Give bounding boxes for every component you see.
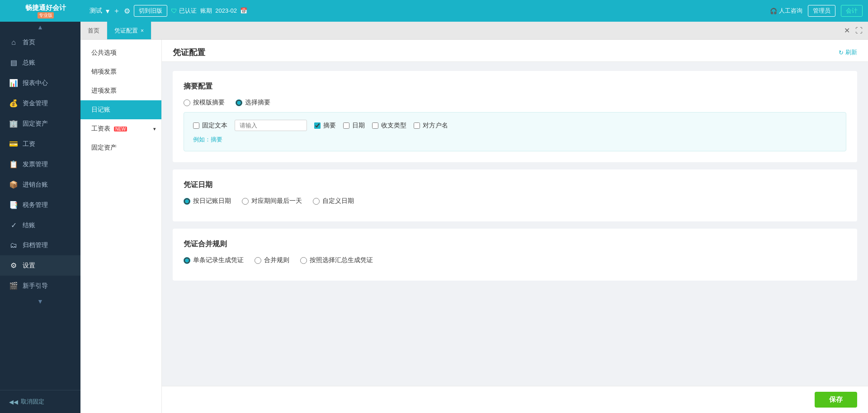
radio-custom-date[interactable]: 自定义日期 [313, 197, 354, 205]
tab-bar: 首页 凭证配置 × ✕ ⛶ [80, 22, 868, 40]
left-nav-item-output-invoice[interactable]: 销项发票 [80, 62, 161, 81]
period-info: 账期 2023-02 📅 [200, 7, 247, 15]
checkout-icon: ✓ [9, 221, 18, 230]
settings-icon[interactable]: ⚙ [124, 7, 130, 15]
checkbox-counterpart-input[interactable] [414, 122, 420, 129]
main-layout: ▲ ⌂ 首页 ▤ 总账 📊 报表中心 💰 资金管理 🏢 固定资产 [0, 22, 868, 413]
radio-template-summary-input[interactable] [184, 99, 190, 106]
checkbox-income-type[interactable]: 收支类型 [372, 122, 406, 130]
merge-section: 凭证合并规则 单条记录生成凭证 合并规则 [173, 229, 857, 281]
project-name: 测试 [90, 7, 102, 15]
checkbox-income-type-input[interactable] [372, 122, 378, 129]
radio-last-day[interactable]: 对应期间最后一天 [242, 197, 302, 205]
sidebar-item-guide[interactable]: 🎬 新手引导 [0, 276, 80, 296]
radio-merge-rule[interactable]: 合并规则 [255, 256, 289, 264]
left-nav: 公共选项 销项发票 进项发票 日记账 工资表 NEW ▾ 固定资产 [80, 40, 162, 413]
admin-button[interactable]: 管理员 [808, 5, 835, 17]
new-badge: NEW [114, 127, 127, 131]
sidebar-bottom: ◀◀ 取消固定 [0, 390, 80, 413]
certified-badge: 🛡 已认证 [171, 7, 197, 15]
panel-header: 凭证配置 ↻ 刷新 [162, 40, 868, 62]
scroll-up-indicator[interactable]: ▲ [0, 22, 80, 33]
radio-single-record-input[interactable] [184, 257, 190, 264]
tax-icon: 📑 [9, 201, 18, 209]
summary-options: 固定文本 摘要 日期 [193, 120, 837, 131]
add-icon[interactable]: ＋ [113, 6, 120, 16]
sidebar-item-ledger[interactable]: ▤ 总账 [0, 52, 80, 73]
shield-icon: 🛡 [171, 7, 177, 14]
save-button[interactable]: 保存 [815, 392, 857, 408]
sidebar-item-archive[interactable]: 🗂 归档管理 [0, 235, 80, 255]
sidebar-item-capital[interactable]: 💰 资金管理 [0, 93, 80, 113]
tab-voucher-config[interactable]: 凭证配置 × [107, 22, 151, 39]
radio-custom-date-input[interactable] [313, 198, 320, 205]
tab-home[interactable]: 首页 [80, 22, 107, 39]
sidebar-item-tax[interactable]: 📑 税务管理 [0, 195, 80, 215]
headset-icon: 🎧 [770, 8, 777, 14]
summary-radio-group: 按模版摘要 选择摘要 [184, 99, 846, 107]
checkbox-date[interactable]: 日期 [343, 122, 365, 130]
example-text: 例如：摘要 [193, 136, 837, 144]
merge-radio-group: 单条记录生成凭证 合并规则 按照选择汇总生成凭证 [184, 256, 846, 264]
checkbox-counterpart[interactable]: 对方户名 [414, 122, 448, 130]
salary-icon: 💳 [9, 140, 18, 148]
tab-close-button[interactable]: ✕ [842, 24, 852, 37]
ledger-icon: ▤ [9, 58, 18, 67]
sidebar-label-fixed-assets: 固定资产 [23, 120, 48, 128]
sidebar-label-report: 报表中心 [23, 79, 48, 87]
tab-voucher-config-label: 凭证配置 [114, 27, 138, 35]
sidebar-item-purchase-sales[interactable]: 📦 进销台账 [0, 174, 80, 195]
content-area: 首页 凭证配置 × ✕ ⛶ 公共选项 销项发票 进项发 [80, 22, 868, 413]
radio-template-summary[interactable]: 按模版摘要 [184, 99, 225, 107]
cancel-fixed-button[interactable]: ◀◀ 取消固定 [5, 395, 76, 408]
checkbox-date-input[interactable] [343, 122, 349, 129]
settings-icon: ⚙ [9, 261, 18, 270]
role-button[interactable]: 会计 [841, 5, 863, 17]
tab-bar-actions: ✕ ⛶ [842, 24, 868, 37]
checkbox-fixed-text-input[interactable] [193, 122, 199, 129]
sidebar-item-invoice[interactable]: 📋 发票管理 [0, 154, 80, 174]
left-nav-item-payroll[interactable]: 工资表 NEW ▾ [80, 119, 161, 138]
pin-icon: ◀◀ [9, 399, 18, 405]
invoice-icon: 📋 [9, 160, 18, 169]
radio-select-summary-input[interactable] [236, 99, 242, 106]
radio-select-summary[interactable]: 选择摘要 [236, 99, 270, 107]
radio-summary-generate-input[interactable] [300, 257, 307, 264]
checkbox-summary-input[interactable] [314, 122, 321, 129]
sidebar-item-checkout[interactable]: ✓ 结账 [0, 215, 80, 235]
radio-summary-generate[interactable]: 按照选择汇总生成凭证 [300, 256, 373, 264]
guide-icon: 🎬 [9, 282, 18, 290]
radio-journal-date-input[interactable] [184, 198, 190, 205]
radio-merge-rule-input[interactable] [255, 257, 261, 264]
left-nav-item-journal[interactable]: 日记账 [80, 100, 161, 119]
left-nav-item-input-invoice[interactable]: 进项发票 [80, 81, 161, 100]
left-nav-item-fixed-assets[interactable]: 固定资产 [80, 138, 161, 157]
sidebar-item-settings[interactable]: ⚙ 设置 [0, 255, 80, 276]
sidebar-label-checkout: 结账 [23, 221, 35, 230]
radio-last-day-input[interactable] [242, 198, 249, 205]
dropdown-icon[interactable]: ▾ [106, 7, 109, 15]
checkbox-summary[interactable]: 摘要 [314, 122, 336, 130]
tab-close-icon[interactable]: × [141, 28, 144, 34]
checkbox-fixed-text[interactable]: 固定文本 [193, 122, 227, 130]
sidebar-item-home[interactable]: ⌂ 首页 [0, 33, 80, 52]
radio-journal-date[interactable]: 按日记账日期 [184, 197, 231, 205]
fixed-assets-icon: 🏢 [9, 119, 18, 128]
home-icon: ⌂ [9, 38, 18, 47]
sidebar-item-report[interactable]: 📊 报表中心 [0, 73, 80, 93]
fixed-text-input[interactable] [235, 120, 307, 131]
sidebar-item-salary[interactable]: 💳 工资 [0, 134, 80, 154]
tab-fullscreen-button[interactable]: ⛶ [854, 25, 864, 37]
switch-version-button[interactable]: 切到旧版 [134, 5, 167, 17]
sidebar-label-purchase-sales: 进销台账 [23, 181, 48, 189]
scroll-down-indicator[interactable]: ▼ [0, 296, 80, 307]
summary-config-box: 固定文本 摘要 日期 [184, 112, 846, 151]
refresh-button[interactable]: ↻ 刷新 [839, 48, 857, 56]
logo-area: 畅捷通好会计 专业版 [5, 4, 86, 19]
sidebar-item-fixed-assets[interactable]: 🏢 固定资产 [0, 113, 80, 134]
logo-sub: 专业版 [38, 12, 54, 19]
radio-single-record[interactable]: 单条记录生成凭证 [184, 256, 244, 264]
topbar: 畅捷通好会计 专业版 测试 ▾ ＋ ⚙ 切到旧版 🛡 已认证 账期 2023-0… [0, 0, 868, 22]
left-nav-item-public[interactable]: 公共选项 [80, 43, 161, 62]
service-button[interactable]: 🎧 人工咨询 [770, 7, 802, 15]
